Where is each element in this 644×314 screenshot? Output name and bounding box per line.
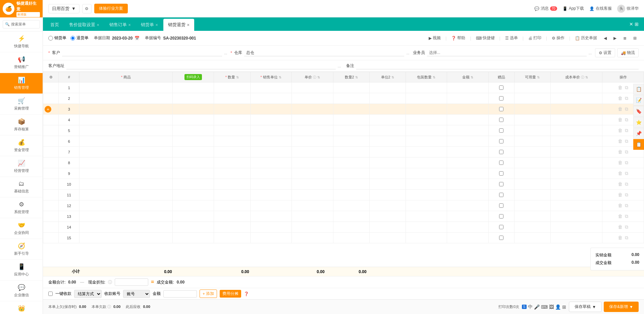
table-cell-unit[interactable]	[250, 115, 292, 125]
table-cell-qty2[interactable]	[333, 136, 369, 147]
table-cell-unit[interactable]	[250, 190, 292, 200]
table-cell-unit[interactable]	[250, 136, 292, 147]
table-cell-unit2[interactable]	[369, 179, 406, 190]
table-cell-price[interactable]	[292, 93, 333, 104]
price-info-icon[interactable]: ⓘ	[313, 75, 316, 79]
product-input-11[interactable]	[81, 193, 171, 197]
table-cell-product[interactable]	[79, 222, 173, 233]
table-cell-unit[interactable]	[250, 211, 292, 222]
product-input-4[interactable]	[81, 118, 171, 122]
table-cell-pkgqty[interactable]	[406, 233, 447, 243]
copy-row-button[interactable]: ⧉	[625, 138, 628, 144]
tab-close-icon[interactable]: ✕	[155, 23, 158, 27]
table-cell-qty2[interactable]	[333, 125, 369, 136]
gift-checkbox-6[interactable]	[499, 139, 503, 143]
product-input-14[interactable]	[81, 225, 171, 229]
table-cell-qty2[interactable]	[333, 82, 369, 93]
video-button[interactable]: ▶ 视频	[427, 34, 443, 42]
gift-checkbox-10[interactable]	[499, 182, 503, 186]
table-cell-qty2[interactable]	[333, 222, 369, 233]
next-record-button[interactable]: ▶	[611, 35, 619, 42]
discount-info-icon[interactable]: ⓘ	[108, 279, 112, 285]
table-cell-amount[interactable]	[447, 179, 489, 190]
delete-row-button[interactable]: 🗑	[618, 138, 623, 144]
sidebar-item-sales[interactable]: 📊 销售管理	[0, 73, 43, 94]
costprice-info-icon[interactable]: ⓘ	[581, 75, 584, 79]
experience-button[interactable]: 体验行业方案	[94, 4, 128, 13]
table-cell-amount[interactable]	[447, 93, 489, 104]
table-cell-qty2[interactable]	[333, 190, 369, 200]
copy-row-button[interactable]: ⧉	[625, 181, 628, 187]
qty-input-6[interactable]	[215, 139, 249, 143]
radio-sale-type[interactable]: 销货单	[48, 35, 66, 41]
customer-dots[interactable]: ...	[224, 51, 227, 55]
qty-input-12[interactable]	[215, 204, 249, 208]
salesperson-input[interactable]	[427, 49, 587, 56]
tab-close-icon[interactable]: ✕	[128, 23, 131, 27]
message-button[interactable]: 💬 消息 70	[534, 6, 557, 11]
fee-help-icon[interactable]: ❓	[244, 292, 249, 296]
table-cell-amount[interactable]	[447, 200, 489, 211]
table-cell-unit2[interactable]	[369, 104, 406, 115]
amount-sort-icon[interactable]: ⇅	[471, 75, 473, 79]
table-cell-pkgqty[interactable]	[406, 82, 447, 93]
gift-checkbox-4[interactable]	[499, 118, 503, 122]
delete-row-button[interactable]: 🗑	[618, 181, 623, 187]
sidebar-item-finance[interactable]: 💰 资金管理	[0, 135, 43, 156]
table-cell-product[interactable]	[79, 200, 173, 211]
salesperson-dots[interactable]: ...	[589, 51, 592, 55]
table-cell-price[interactable]	[292, 158, 333, 168]
table-cell-product[interactable]	[79, 104, 173, 115]
copy-row-button[interactable]: ⧉	[625, 213, 628, 219]
table-cell-unit2[interactable]	[369, 168, 406, 179]
delete-row-button[interactable]: 🗑	[618, 213, 623, 219]
table-cell-amount[interactable]	[447, 158, 489, 168]
table-cell-qty[interactable]	[214, 93, 250, 104]
tab-sales-order[interactable]: 销售订单 ✕	[105, 19, 136, 31]
table-cell-qty2[interactable]	[333, 233, 369, 243]
product-input-6[interactable]	[81, 139, 171, 143]
tab-home[interactable]: 首页	[46, 19, 64, 31]
avail-sort-icon[interactable]: ⇅	[537, 75, 540, 79]
unit-input-10[interactable]	[252, 182, 290, 186]
table-cell-price[interactable]	[292, 136, 333, 147]
unit-input-14[interactable]	[252, 225, 290, 229]
table-cell-unit2[interactable]	[369, 147, 406, 158]
save-new-button[interactable]: 保存&新增 ▼	[604, 302, 639, 312]
product-input-5[interactable]	[81, 129, 171, 133]
table-cell-pkgqty[interactable]	[406, 147, 447, 158]
table-cell-unit[interactable]	[250, 233, 292, 243]
product-input-12[interactable]	[81, 204, 171, 208]
table-cell-pkgqty[interactable]	[406, 93, 447, 104]
address-input[interactable]	[66, 62, 336, 69]
delete-row-button[interactable]: 🗑	[618, 117, 623, 122]
unit-input-5[interactable]	[252, 129, 290, 133]
table-cell-product[interactable]	[79, 158, 173, 168]
warehouse-input[interactable]	[244, 49, 404, 56]
unit-input-12[interactable]	[252, 204, 290, 208]
table-settings-header[interactable]: ⚙	[43, 72, 59, 82]
sidebar-item-apps[interactable]: 📱 应用中心	[0, 260, 43, 280]
account-select[interactable]: 账号	[123, 290, 150, 298]
table-cell-price[interactable]	[292, 222, 333, 233]
tab-close-icon[interactable]: ✕	[97, 23, 99, 27]
table-cell-amount[interactable]	[447, 168, 489, 179]
qty-input-2[interactable]	[215, 97, 249, 101]
table-cell-amount[interactable]	[447, 190, 489, 200]
tab-price-settings[interactable]: 售价提取设置 ✕	[64, 19, 104, 31]
sidebar-item-purchase[interactable]: 🛒 采购管理	[0, 94, 43, 115]
gift-checkbox-7[interactable]	[499, 150, 503, 154]
product-input-10[interactable]	[81, 182, 171, 186]
online-service-button[interactable]: 👤 在线客服	[589, 6, 612, 11]
gift-checkbox-5[interactable]	[499, 128, 503, 133]
right-tool-star[interactable]: ⭐	[633, 117, 644, 128]
pkgqty-sort-icon[interactable]: ⇅	[433, 75, 435, 79]
table-cell-price[interactable]	[292, 104, 333, 115]
logistics-button[interactable]: 🚚 物流	[617, 48, 639, 57]
address-dots[interactable]: ...	[338, 64, 341, 68]
total-owe-info-icon[interactable]: ⓘ	[107, 305, 111, 309]
delete-row-button[interactable]: 🗑	[618, 149, 623, 154]
table-cell-qty[interactable]	[214, 168, 250, 179]
gift-checkbox-14[interactable]	[499, 225, 503, 229]
copy-row-button[interactable]: ⧉	[625, 171, 628, 176]
